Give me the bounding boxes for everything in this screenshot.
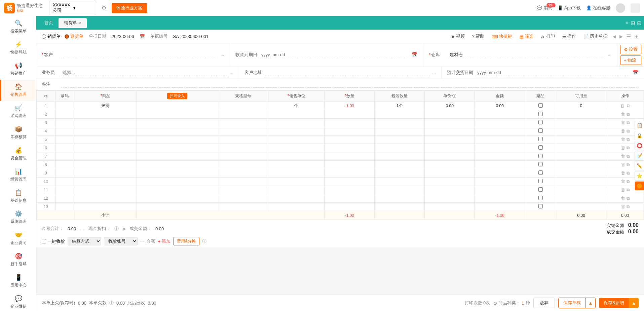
sidebar-item-purchase[interactable]: 🛒 采购管理: [0, 101, 36, 122]
calendar-payment-icon[interactable]: 📅: [411, 52, 418, 58]
payment-method-select[interactable]: 结算方式: [68, 237, 101, 245]
salesperson-input[interactable]: [61, 69, 227, 76]
copy-row-icon[interactable]: ⧉: [627, 204, 630, 209]
settings-button[interactable]: ⚙: [99, 3, 109, 13]
notes-input[interactable]: [61, 81, 639, 88]
gift-checkbox[interactable]: [538, 179, 543, 183]
add-payment-btn[interactable]: ● 添加: [158, 238, 171, 244]
online-service-item[interactable]: 👤 在线客服: [586, 5, 610, 11]
sidebar-item-guide[interactable]: 🎯 新手引导: [0, 249, 36, 270]
salesperson-more-icon[interactable]: ···: [230, 70, 233, 75]
radio-return-order[interactable]: 退货单: [65, 33, 83, 39]
copy-row-icon[interactable]: ⧉: [627, 187, 630, 192]
delete-row-icon[interactable]: 🗑: [621, 162, 625, 167]
print-btn[interactable]: 🖨 打印: [539, 32, 557, 40]
delete-row-icon[interactable]: 🗑: [621, 145, 625, 150]
gift-checkbox[interactable]: [538, 120, 543, 124]
payment-checkbox[interactable]: [42, 239, 46, 243]
gift-checkbox[interactable]: [538, 196, 543, 200]
operation-btn[interactable]: ☰ 操作: [560, 32, 578, 40]
warehouse-more-icon[interactable]: ···: [608, 52, 611, 57]
sidebar-item-system[interactable]: ⚙️ 系统管理: [0, 207, 36, 228]
delete-row-icon[interactable]: 🗑: [621, 137, 625, 142]
gift-checkbox[interactable]: [538, 112, 543, 116]
debt-help-icon[interactable]: ⓘ: [109, 300, 114, 306]
gift-checkbox[interactable]: [538, 204, 543, 208]
copy-row-icon[interactable]: ⧉: [627, 145, 630, 150]
rf-btn-6[interactable]: ⭐: [635, 171, 644, 181]
th-settings[interactable]: ⚙: [37, 91, 55, 102]
gift-checkbox[interactable]: [538, 137, 543, 141]
scan-button[interactable]: 扫码录入: [167, 93, 187, 99]
app-download-item[interactable]: 📱 App下载: [558, 5, 581, 11]
rf-btn-1[interactable]: 📋: [635, 121, 644, 130]
payment-due-input[interactable]: [260, 51, 409, 58]
sidebar-item-quick-nav[interactable]: ⚡ 快捷导航: [0, 37, 36, 59]
sidebar-item-wechat[interactable]: 💬 企业微信: [0, 291, 36, 311]
copy-row-icon[interactable]: ⧉: [627, 112, 630, 117]
gift-checkbox[interactable]: [538, 162, 543, 166]
gift-checkbox[interactable]: [538, 170, 543, 175]
list-view-icon[interactable]: ☰: [626, 33, 631, 40]
fee-help-icon[interactable]: ⓘ: [202, 238, 206, 244]
rf-btn-7[interactable]: 🟠: [635, 181, 644, 191]
copy-row-icon[interactable]: ⧉: [627, 128, 630, 133]
tab-sales-order[interactable]: 销货单 ×: [59, 18, 87, 28]
sidebar-item-operation[interactable]: 📊 经营管理: [0, 164, 36, 186]
sidebar-item-search[interactable]: 🔍 搜索菜单: [0, 16, 36, 37]
fee-split-btn[interactable]: 费用&分摊: [173, 237, 199, 245]
rf-btn-3[interactable]: ⭕: [635, 141, 644, 150]
delete-row-icon[interactable]: 🗑: [621, 170, 625, 176]
account-more-icon[interactable]: ···: [140, 239, 144, 244]
sidebar-item-enterprise[interactable]: 🤝 企业协同: [0, 228, 36, 249]
gift-checkbox[interactable]: [538, 187, 543, 192]
copy-row-icon[interactable]: ⧉: [627, 120, 630, 125]
shortcut-btn[interactable]: ⌨ 快捷键: [490, 32, 514, 40]
calendar-delivery-icon[interactable]: 📅: [632, 70, 639, 76]
radio-sales-input[interactable]: [42, 34, 46, 39]
nav-prev-icon[interactable]: ◀: [613, 34, 616, 39]
gift-checkbox-1[interactable]: [538, 103, 543, 108]
save-draft-button[interactable]: 保存草稿: [558, 298, 586, 308]
delivery-date-input[interactable]: [476, 69, 630, 76]
rf-btn-4[interactable]: 📝: [635, 151, 644, 160]
close-tab-icon[interactable]: ×: [79, 21, 81, 25]
save-new-button[interactable]: 保存&新增: [599, 298, 629, 308]
customer-more-icon[interactable]: ···: [221, 52, 224, 57]
delete-row-icon[interactable]: 🗑: [620, 103, 624, 108]
table-view-icon[interactable]: ⊞: [631, 20, 635, 26]
history-btn[interactable]: 📄 历史单据: [581, 32, 609, 40]
rf-btn-5[interactable]: ✏️: [635, 161, 644, 170]
customer-input[interactable]: [61, 51, 218, 58]
discount-help-icon[interactable]: ⓘ: [114, 226, 119, 232]
copy-row-icon[interactable]: ⧉: [627, 162, 630, 167]
customer-address-input[interactable]: [265, 69, 430, 76]
calendar-icon[interactable]: 📅: [140, 34, 145, 39]
delete-row-icon[interactable]: 🗑: [621, 187, 625, 192]
avatar[interactable]: [616, 3, 625, 13]
one-click-payment[interactable]: 一键收款: [42, 238, 65, 244]
close-window-icon[interactable]: ×: [626, 20, 629, 26]
gift-checkbox[interactable]: [538, 145, 543, 150]
help-btn[interactable]: ? 帮助: [470, 32, 486, 40]
video-btn[interactable]: ▶ 视频: [450, 32, 467, 40]
save-draft-arrow-button[interactable]: ▲: [586, 298, 596, 308]
delete-row-icon[interactable]: 🗑: [621, 196, 625, 201]
delete-row-icon[interactable]: 🗑: [621, 112, 625, 117]
copy-row-icon[interactable]: ⧉: [627, 103, 630, 108]
warehouse-input[interactable]: [448, 51, 605, 58]
avatar-expand[interactable]: [631, 3, 640, 13]
message-item[interactable]: 💬 消息 99+: [537, 5, 552, 11]
settings-btn[interactable]: ⚙ 设置: [620, 45, 641, 54]
sidebar-item-basic[interactable]: 📋 基础信息: [0, 186, 36, 207]
copy-row-icon[interactable]: ⧉: [627, 154, 630, 159]
filter-btn[interactable]: ▤ 筛选: [518, 32, 535, 40]
address-more-icon[interactable]: ···: [432, 70, 436, 75]
sidebar-item-app-center[interactable]: 📱 应用中心: [0, 270, 36, 291]
grid-view-icon[interactable]: ⊞: [634, 33, 639, 40]
tab-home[interactable]: 首页: [39, 18, 59, 28]
rf-btn-2[interactable]: 🔒: [635, 131, 644, 140]
radio-sales-order[interactable]: 销货单: [42, 33, 61, 39]
copy-row-icon[interactable]: ⧉: [627, 170, 630, 176]
nav-next-icon[interactable]: ▶: [619, 34, 623, 39]
